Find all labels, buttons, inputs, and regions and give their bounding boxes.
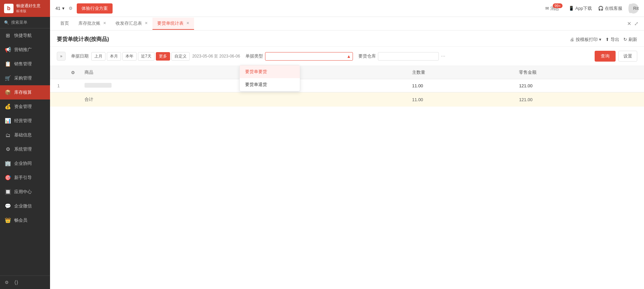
sidebar-item-label: 畅会员 [14, 217, 27, 223]
store-chevron-icon: ▾ [62, 6, 65, 11]
app-download-btn[interactable]: 📱 App下载 [569, 5, 592, 12]
close-all-icon[interactable]: ✕ [627, 21, 631, 27]
doc-type-dropdown: 要货单要货 要货单退货 [239, 65, 300, 91]
footer-label: 合计 [80, 92, 257, 107]
doc-type-filter-group: 单据类型 ▲ [245, 52, 353, 61]
online-service-btn[interactable]: 🎧 在线客服 [598, 5, 622, 12]
tab-label: 要货单统计表 [157, 20, 184, 26]
date-btn-last-7-days[interactable]: 近7天 [138, 52, 154, 61]
date-btn-this-month[interactable]: 本月 [107, 52, 121, 61]
tab-order-stats[interactable]: 要货单统计表 ✕ [152, 18, 194, 30]
sidebar-item-appstore[interactable]: 🔲 应用中心 [0, 185, 50, 199]
sidebar-collapse-btn[interactable]: ⟨⟩ [14, 279, 18, 286]
system-icon: ⚙ [5, 146, 11, 152]
sidebar-item-label: 基础信息 [14, 132, 32, 138]
sidebar-item-label: 快捷导航 [14, 32, 32, 39]
user-avatar[interactable]: Rit [628, 3, 639, 14]
trial-btn[interactable]: 体验行业方案 [77, 3, 113, 14]
tab-home[interactable]: 首页 [55, 18, 74, 30]
tab-receive-summary[interactable]: 收发存汇总表 ✕ [111, 18, 152, 30]
sidebar-item-system[interactable]: ⚙ 系统管理 [0, 142, 50, 156]
tab-label: 收发存汇总表 [116, 20, 142, 26]
sidebar-item-wechat[interactable]: 💬 企业微信 [0, 199, 50, 213]
refresh-btn[interactable]: ↻ 刷新 [623, 37, 637, 43]
sidebar-item-vip[interactable]: 👑 畅会员 [0, 213, 50, 227]
quick-nav-icon: ⊞ [5, 32, 11, 39]
col-settings[interactable]: ⚙ [67, 66, 80, 79]
settings-btn[interactable]: 设置 [618, 51, 637, 62]
settings-icon[interactable]: ⚙ [5, 280, 9, 285]
tab-close-icon[interactable]: ✕ [186, 21, 189, 25]
dropdown-item-order-return[interactable]: 要货单退货 [240, 78, 300, 91]
table-header-row: ⚙ 商品 主计量单位 主数量 零售金额 [50, 66, 644, 79]
footer-amount: 121.00 [515, 92, 644, 107]
sidebar-item-basic[interactable]: 🗂 基础信息 [0, 128, 50, 142]
download-icon: 📱 [569, 6, 574, 11]
sidebar-item-finance[interactable]: 💰 资金管理 [0, 99, 50, 114]
sidebar-item-operations[interactable]: 📊 经营管理 [0, 114, 50, 128]
search-icon: 🔍 [4, 20, 9, 25]
tab-close-icon[interactable]: ✕ [145, 21, 148, 25]
gear-icon[interactable]: ⚙ [69, 6, 73, 11]
footer-empty [50, 92, 80, 107]
sidebar-item-label: 应用中心 [14, 189, 32, 195]
table-footer: 合计 11.00 121.00 [50, 92, 644, 107]
marketing-icon: 📢 [5, 47, 11, 53]
doc-type-chevron-up-icon[interactable]: ▲ [347, 54, 351, 59]
filter-more-btn[interactable]: ··· [441, 53, 445, 59]
tab-home-label: 首页 [60, 20, 69, 26]
dropdown-item-order-order[interactable]: 要货单要货 [240, 65, 300, 78]
page: 要货单统计表(按商品) 🖨 按模板打印 ▾ ⬆ 导出 ↻ 刷新 [50, 30, 644, 289]
store-selector[interactable]: 41 ▾ [55, 6, 65, 11]
store-name: 41 [55, 6, 60, 11]
table-wrap: ⚙ 商品 主计量单位 主数量 零售金额 1 [50, 66, 644, 107]
date-btn-this-year[interactable]: 本年 [122, 52, 137, 61]
messages-count: 99+ [553, 3, 563, 8]
sidebar-item-label: 新手引导 [14, 175, 32, 181]
sidebar-item-label: 库存核算 [14, 89, 32, 95]
product-placeholder [85, 83, 112, 88]
sidebar-nav: ⊞ 快捷导航 📢 营销推广 📋 销售管理 🛒 采购管理 📦 库存核算 💰 资金管… [0, 28, 50, 275]
date-btn-more[interactable]: 更多 [156, 52, 170, 61]
page-title: 要货单统计表(按商品) [57, 36, 109, 43]
messages-btn[interactable]: ✉ 消息 99+ [545, 5, 559, 12]
print-btn[interactable]: 🖨 按模板打印 ▾ [570, 37, 601, 43]
export-btn[interactable]: ⬆ 导出 [605, 37, 619, 43]
sidebar-item-inventory[interactable]: 📦 库存核算 [0, 85, 50, 99]
sidebar-item-marketing[interactable]: 📢 营销推广 [0, 43, 50, 57]
sidebar-item-quick-nav[interactable]: ⊞ 快捷导航 [0, 28, 50, 43]
date-btn-custom[interactable]: 自定义 [171, 52, 190, 61]
tab-label: 库存批次账 [78, 20, 100, 26]
date-btn-last-month[interactable]: 上月 [91, 52, 105, 61]
header-actions: 🖨 按模板打印 ▾ ⬆ 导出 ↻ 刷新 [570, 37, 637, 43]
query-btn[interactable]: 查询 [595, 51, 616, 62]
warehouse-input-wrap [378, 52, 439, 61]
doc-type-input-wrap: ▲ [265, 52, 353, 61]
message-icon: ✉ [545, 6, 549, 11]
logo-icon: b [4, 4, 14, 13]
tab-close-icon[interactable]: ✕ [103, 21, 106, 25]
print-label: 按模板打印 [576, 37, 598, 43]
filter-expand-btn[interactable]: » [57, 52, 66, 61]
sidebar-item-sales[interactable]: 📋 销售管理 [0, 57, 50, 71]
table-body: 1 块 11.00 121.00 [50, 79, 644, 92]
tabbar-actions: ✕ ⤢ [627, 21, 639, 27]
warehouse-label: 要货仓库 [358, 53, 376, 59]
maximize-icon[interactable]: ⤢ [634, 21, 639, 27]
main-table: ⚙ 商品 主计量单位 主数量 零售金额 1 [50, 66, 644, 107]
sidebar-search[interactable]: 🔍 搜索菜单 [0, 17, 50, 28]
sidebar-item-enterprise[interactable]: 🏢 企业协同 [0, 156, 50, 171]
topbar-left: 41 ▾ ⚙ 体验行业方案 [55, 3, 113, 14]
export-label: 导出 [611, 37, 619, 43]
cell-product [80, 79, 257, 92]
date-buttons: 上月 本月 本年 近7天 更多 自定义 [91, 52, 190, 61]
doc-type-input[interactable] [265, 52, 353, 61]
sidebar-item-label: 资金管理 [14, 104, 32, 110]
tab-batch-ledger[interactable]: 库存批次账 ✕ [74, 18, 111, 30]
user-name: Rit [633, 6, 639, 11]
sidebar-item-purchase[interactable]: 🛒 采购管理 [0, 71, 50, 85]
sidebar-item-label: 销售管理 [14, 61, 32, 67]
warehouse-input[interactable] [378, 52, 439, 61]
sidebar-item-guide[interactable]: 🎯 新手引导 [0, 171, 50, 185]
app-logo: b 畅捷通好生意 标准版 [0, 0, 50, 17]
